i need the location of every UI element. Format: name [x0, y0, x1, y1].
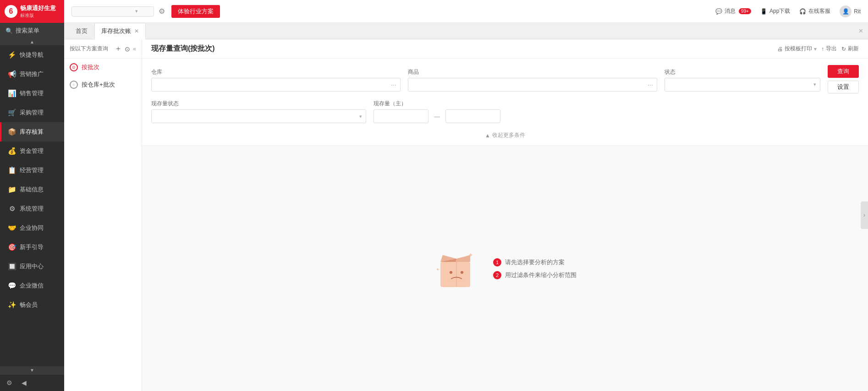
tab-close-all[interactable]: ✕: [858, 27, 863, 34]
sidebar-item-operation[interactable]: 📋 经营管理: [0, 161, 64, 180]
stock-status-filter-group: 现存量状态 ▾: [151, 100, 366, 123]
app-download-icon: 📱: [760, 8, 767, 15]
sidebar-item-quick-nav[interactable]: ⚡ 快捷导航: [0, 45, 64, 65]
close-panel-icon: ›: [863, 212, 865, 218]
user-avatar: 👤: [840, 5, 852, 17]
status-chevron-icon[interactable]: ▾: [813, 81, 816, 87]
wechat-icon: 💬: [8, 282, 16, 290]
tab-batch-account[interactable]: 库存批次账 ✕: [94, 23, 146, 39]
apps-icon: 🔲: [8, 262, 16, 271]
sidebar-item-wechat[interactable]: 💬 企业微信: [0, 276, 64, 295]
warehouse-filter-group: 仓库 ···: [151, 68, 401, 92]
main-area: ▾ ⚙ 体验行业方案 💬 消息 99+ 📱 App下载 🎧 在线客服 👤 Rit…: [64, 0, 868, 391]
svg-text:✦: ✦: [436, 267, 439, 272]
stock-status-chevron-icon[interactable]: ▾: [359, 114, 362, 119]
sidebar-item-label: 系统管理: [20, 205, 44, 213]
topbar-user[interactable]: 👤 Rit: [840, 5, 861, 17]
sidebar-item-label: 应用中心: [20, 262, 44, 271]
warehouse-label: 仓库: [151, 68, 401, 76]
topbar-chevron-icon[interactable]: ▾: [135, 8, 138, 14]
empty-svg: ✦ ✦: [434, 246, 479, 296]
close-right-panel-btn[interactable]: ›: [861, 201, 868, 229]
collapse-panel-icon[interactable]: «: [133, 46, 136, 52]
sidebar-item-apps[interactable]: 🔲 应用中心: [0, 257, 64, 276]
stock-status-input[interactable]: [155, 113, 359, 119]
page-title: 现存量查询(按批次): [151, 44, 215, 54]
sidebar-item-sales[interactable]: 📊 销售管理: [0, 84, 64, 103]
online-service-label: 在线客服: [808, 7, 830, 15]
tip-label-1: 请先选择要分析的方案: [505, 258, 565, 266]
warehouse-input[interactable]: [155, 81, 391, 88]
message-label: 消息: [725, 7, 736, 15]
operation-icon: 📋: [8, 166, 16, 174]
topbar-app-download[interactable]: 📱 App下载: [760, 7, 790, 15]
tabbar: 首页 库存批次账 ✕ ✕: [64, 23, 868, 39]
search-icon: 🔍: [5, 27, 13, 34]
sidebar-item-inventory[interactable]: 📦 库存核算: [0, 122, 64, 141]
stock-status-input-wrap: ▾: [151, 109, 366, 123]
topbar-settings-icon[interactable]: ⚙: [159, 7, 165, 16]
filter-settings-button[interactable]: 设置: [828, 81, 859, 93]
sidebar-footer: ⚙ ◀: [0, 374, 64, 391]
warehouse-input-wrap: ···: [151, 78, 401, 92]
filter-row-2: 现存量状态 ▾ 现存量（主） —: [151, 100, 859, 123]
tab-home[interactable]: 首页: [69, 23, 94, 39]
sidebar-item-label: 库存核算: [20, 128, 44, 136]
status-input[interactable]: [669, 81, 813, 88]
sidebar-item-marketing[interactable]: 📢 营销推广: [0, 65, 64, 84]
warehouse-more-icon[interactable]: ···: [391, 81, 396, 88]
sidebar-search-label: 搜索菜单: [16, 27, 39, 35]
tip-num-1: 1: [493, 258, 501, 266]
sidebar-item-newbie[interactable]: 🎯 新手引导: [0, 238, 64, 257]
refresh-button[interactable]: ↻ 刷新: [841, 45, 859, 53]
empty-content: ✦ ✦ 1 请先选择要分析的方案 2 用过滤条件来缩小分析范围: [434, 246, 577, 292]
topbar-message[interactable]: 💬 消息 99+: [715, 7, 751, 15]
headset-icon: 🎧: [799, 8, 806, 15]
product-input[interactable]: [412, 81, 648, 88]
add-scheme-icon[interactable]: ＋: [115, 44, 122, 54]
sidebar-item-system[interactable]: ⚙ 系统管理: [0, 199, 64, 218]
sidebar-item-basic[interactable]: 📁 基础信息: [0, 180, 64, 199]
inventory-icon: 📦: [8, 128, 16, 136]
print-template-button[interactable]: 🖨 按模板打印 ▾: [777, 45, 817, 53]
stock-qty-max-input[interactable]: [450, 113, 518, 119]
app-download-label: App下载: [769, 7, 790, 15]
left-panel-title: 按以下方案查询: [70, 45, 108, 53]
scheme-by-batch[interactable]: ⊙ 按批次: [64, 59, 142, 76]
collapse-filter-row[interactable]: ▲ 收起更多条件: [151, 129, 859, 142]
scheme-settings-icon[interactable]: ⊙: [125, 45, 130, 53]
newbie-icon: 🎯: [8, 243, 16, 251]
product-more-icon[interactable]: ···: [648, 81, 653, 88]
refresh-icon: ↻: [841, 46, 846, 52]
stock-qty-min-input[interactable]: [378, 113, 446, 119]
empty-tips: 1 请先选择要分析的方案 2 用过滤条件来缩小分析范围: [493, 258, 577, 279]
sidebar-item-label: 快捷导航: [20, 51, 44, 59]
empty-area: ✦ ✦ 1 请先选择要分析的方案 2 用过滤条件来缩小分析范围: [142, 146, 868, 391]
message-icon: 💬: [715, 8, 722, 15]
sidebar-scroll-up[interactable]: ▲: [0, 38, 64, 45]
app-logo: 6: [5, 5, 17, 18]
left-panel-header: 按以下方案查询 ＋ ⊙ «: [64, 39, 142, 59]
sidebar-item-finance[interactable]: 💰 资金管理: [0, 141, 64, 161]
sidebar-search[interactable]: 🔍 搜索菜单: [0, 23, 64, 38]
sidebar-item-enterprise[interactable]: 🤝 企业协同: [0, 218, 64, 238]
scheme-by-warehouse-batch[interactable]: ○ 按仓库+批次: [64, 76, 142, 93]
trial-button[interactable]: 体验行业方案: [171, 5, 220, 18]
left-panel-actions: ＋ ⊙ «: [115, 44, 136, 54]
topbar-online-service[interactable]: 🎧 在线客服: [799, 7, 830, 15]
sidebar-item-label: 经营管理: [20, 166, 44, 174]
topbar-search-input[interactable]: [76, 8, 135, 15]
tab-close-icon[interactable]: ✕: [134, 28, 139, 34]
product-filter-group: 商品 ···: [408, 68, 657, 92]
footer-settings-icon[interactable]: ⚙: [6, 379, 12, 386]
sidebar-item-label: 畅会员: [20, 301, 38, 309]
sidebar-item-member[interactable]: ✨ 畅会员: [0, 295, 64, 315]
page-header-actions: 🖨 按模板打印 ▾ ↑ 导出 ↻ 刷新: [777, 45, 859, 53]
sidebar-item-purchase[interactable]: 🛒 采购管理: [0, 103, 64, 122]
member-icon: ✨: [8, 301, 16, 309]
footer-collapse-icon[interactable]: ◀: [22, 379, 27, 386]
query-button[interactable]: 查询: [828, 65, 859, 78]
sidebar-scroll-down[interactable]: ▼: [0, 366, 64, 374]
system-icon: ⚙: [8, 205, 16, 213]
export-button[interactable]: ↑ 导出: [821, 45, 837, 53]
